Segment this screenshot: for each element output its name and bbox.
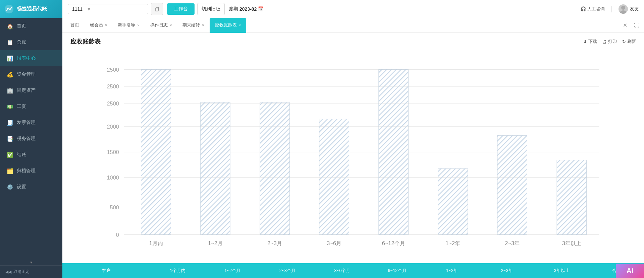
tab-guide[interactable]: 新手引导 × bbox=[112, 18, 145, 33]
sidebar-scroll-down[interactable]: ▼ bbox=[0, 259, 62, 265]
svg-text:2000: 2000 bbox=[107, 124, 119, 130]
svg-text:2500: 2500 bbox=[107, 100, 119, 107]
table-header: 客户1个月内1~2个月2~3个月3~6个月6~12个月1~2年2~3年3年以上合… bbox=[62, 263, 644, 278]
sidebar-label-home: 首页 bbox=[17, 23, 26, 29]
svg-text:1~2年: 1~2年 bbox=[445, 240, 460, 246]
svg-text:2~3月: 2~3月 bbox=[267, 240, 282, 246]
tab-home[interactable]: 首页 bbox=[65, 18, 85, 33]
switch-button[interactable]: 切到旧版 bbox=[197, 3, 225, 15]
svg-text:6~12个月: 6~12个月 bbox=[382, 240, 405, 246]
page-area: 应收账龄表 ⬇ 下载 🖨 打印 ↻ 刷新 2500 bbox=[62, 33, 644, 278]
tab-guide-close[interactable]: × bbox=[137, 23, 139, 27]
salary-icon: 💵 bbox=[7, 103, 13, 110]
copy-icon bbox=[154, 6, 160, 12]
refresh-button[interactable]: ↻ 刷新 bbox=[622, 39, 636, 45]
settle-icon: ✅ bbox=[7, 151, 13, 158]
dropdown-arrow-icon: ▼ bbox=[87, 6, 91, 12]
headset-icon: 🎧 bbox=[581, 6, 586, 11]
table-header-cell-1: 1个月内 bbox=[150, 268, 205, 274]
company-name: 1111 bbox=[72, 6, 83, 12]
tab-oplog[interactable]: 操作日志 × bbox=[145, 18, 177, 33]
table-header-cell-0: 客户 bbox=[62, 268, 150, 274]
svg-rect-32 bbox=[438, 168, 468, 234]
copy-button[interactable] bbox=[151, 3, 163, 15]
sidebar-item-archive[interactable]: 🗂️ 归档管理 bbox=[0, 163, 62, 179]
company-selector[interactable]: 1111 ▼ bbox=[68, 4, 148, 14]
print-label: 打印 bbox=[608, 39, 617, 45]
sidebar-cancel-pin[interactable]: ◀◀ 取消固定 bbox=[0, 265, 62, 278]
svg-text:1500: 1500 bbox=[107, 149, 119, 155]
tab-aging-label: 应收账龄表 bbox=[215, 22, 237, 28]
svg-text:3~6月: 3~6月 bbox=[327, 240, 341, 246]
svg-rect-36 bbox=[557, 160, 587, 235]
logo-icon bbox=[4, 4, 14, 14]
sidebar-label-invoice: 发票管理 bbox=[17, 120, 36, 126]
support-button[interactable]: 🎧 人工咨询 bbox=[581, 6, 605, 12]
ledger-icon: 📋 bbox=[7, 39, 13, 46]
download-label: 下载 bbox=[588, 39, 597, 45]
sidebar-item-settings[interactable]: ⚙️ 设置 bbox=[0, 179, 62, 195]
sidebar-item-tax[interactable]: 📑 税务管理 bbox=[0, 131, 62, 147]
sidebar-item-assets[interactable]: 🏢 固定资产 bbox=[0, 82, 62, 98]
sidebar-item-settle[interactable]: ✅ 结账 bbox=[0, 147, 62, 163]
ai-badge[interactable]: Ai bbox=[616, 264, 644, 278]
page-title: 应收账龄表 bbox=[70, 38, 101, 46]
period-value: 2023-02 bbox=[239, 6, 257, 12]
svg-text:1月内: 1月内 bbox=[149, 240, 163, 246]
tab-member-close[interactable]: × bbox=[105, 23, 107, 27]
sidebar-item-salary[interactable]: 💵 工资 bbox=[0, 98, 62, 115]
cancel-pin-label: 取消固定 bbox=[13, 269, 30, 275]
svg-rect-24 bbox=[201, 102, 230, 235]
sidebar-label-ledger: 总账 bbox=[17, 39, 26, 45]
svg-point-4 bbox=[620, 10, 626, 14]
tab-guide-label: 新手引导 bbox=[118, 22, 135, 28]
sidebar-label-settle: 结账 bbox=[17, 152, 26, 158]
calendar-icon[interactable]: 📅 bbox=[258, 6, 263, 11]
user-label: 友友 bbox=[630, 6, 639, 12]
svg-text:2~3年: 2~3年 bbox=[505, 240, 520, 246]
user-button[interactable]: 友友 bbox=[619, 4, 639, 14]
tab-oplog-close[interactable]: × bbox=[170, 23, 172, 27]
support-label: 人工咨询 bbox=[587, 6, 605, 12]
sidebar-label-tax: 税务管理 bbox=[17, 136, 36, 142]
sidebar-item-invoice[interactable]: 🧾 发票管理 bbox=[0, 115, 62, 131]
user-avatar bbox=[619, 4, 628, 14]
svg-rect-30 bbox=[379, 69, 409, 234]
sidebar-item-home[interactable]: 🏠 首页 bbox=[0, 18, 62, 34]
tab-member[interactable]: 畅会员 × bbox=[85, 18, 112, 33]
sidebar-label-assets: 固定资产 bbox=[17, 87, 36, 93]
svg-rect-34 bbox=[497, 136, 527, 235]
assets-icon: 🏢 bbox=[7, 87, 13, 94]
tab-aging[interactable]: 应收账龄表 × bbox=[210, 18, 246, 33]
tab-closing-close[interactable]: × bbox=[202, 23, 204, 27]
top-header: 畅捷通易代账 1111 ▼ 工作台 切到旧版 账期 2023-02 📅 🎧 人工… bbox=[0, 0, 644, 18]
svg-text:2500: 2500 bbox=[107, 83, 119, 89]
table-header-cell-5: 6~12个月 bbox=[370, 268, 425, 274]
invoice-icon: 🧾 bbox=[7, 119, 13, 126]
table-header-cell-8: 3年以上 bbox=[534, 268, 589, 274]
tab-aging-close[interactable]: × bbox=[239, 23, 241, 27]
sidebar-scroll: 🏠 首页 📋 总账 📊 报表中心 💰 资金管理 🏢 固定资产 💵 工资 🧾 发票… bbox=[0, 18, 62, 259]
sidebar-label-reports: 报表中心 bbox=[17, 55, 36, 61]
settings-icon: ⚙️ bbox=[7, 184, 13, 190]
tab-closing-label: 期末结转 bbox=[182, 22, 200, 28]
sidebar-item-funds[interactable]: 💰 资金管理 bbox=[0, 66, 62, 82]
tab-oplog-label: 操作日志 bbox=[150, 22, 168, 28]
tab-expand-button[interactable]: ⛶ bbox=[632, 22, 641, 29]
pin-icon: ◀◀ bbox=[5, 270, 11, 274]
print-button[interactable]: 🖨 打印 bbox=[602, 39, 617, 45]
sidebar-item-ledger[interactable]: 📋 总账 bbox=[0, 34, 62, 50]
aging-chart: 2500 2500 2500 2000 1500 1000 500 0 bbox=[70, 55, 636, 258]
tabs-bar: 首页 畅会员 × 新手引导 × 操作日志 × 期末结转 × 应收账龄表 × ✕ … bbox=[62, 18, 644, 33]
header-divider bbox=[611, 6, 612, 12]
download-button[interactable]: ⬇ 下载 bbox=[583, 39, 597, 45]
sidebar-item-reports[interactable]: 📊 报表中心 bbox=[0, 50, 62, 66]
svg-text:1~2月: 1~2月 bbox=[208, 240, 223, 246]
logo-text: 畅捷通易代账 bbox=[17, 6, 47, 12]
page-actions: ⬇ 下载 🖨 打印 ↻ 刷新 bbox=[583, 39, 636, 45]
sidebar-label-settings: 设置 bbox=[17, 184, 26, 190]
chart-area: 2500 2500 2500 2000 1500 1000 500 0 bbox=[62, 49, 644, 263]
tab-closing[interactable]: 期末结转 × bbox=[177, 18, 209, 33]
workbench-button[interactable]: 工作台 bbox=[167, 3, 195, 15]
tab-close-all-button[interactable]: ✕ bbox=[621, 21, 629, 29]
